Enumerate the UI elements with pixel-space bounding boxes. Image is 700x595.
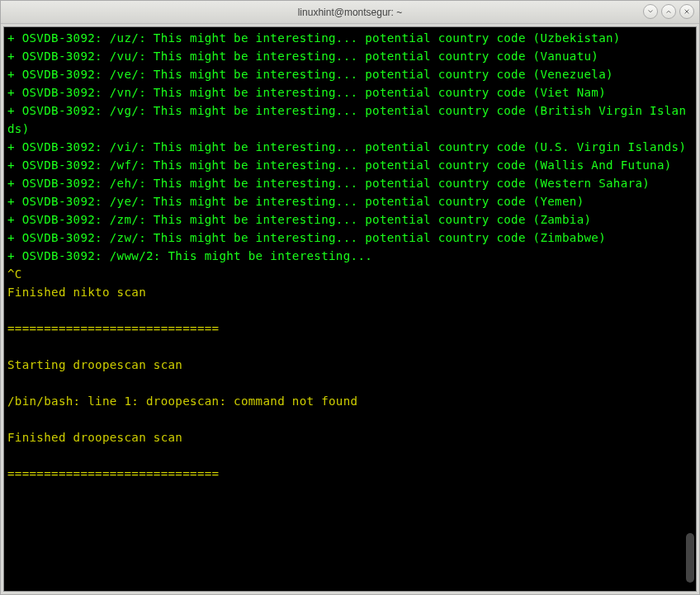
terminal-line: + OSVDB-3092: /ye/: This might be intere… [7, 195, 584, 208]
close-icon [683, 8, 690, 15]
terminal-line: Finished nikto scan [7, 286, 146, 299]
terminal-line: + OSVDB-3092: /vn/: This might be intere… [7, 86, 606, 99]
terminal-line: Finished droopescan scan [7, 431, 182, 444]
terminal-line: + OSVDB-3092: /wf/: This might be intere… [7, 158, 672, 172]
window-title: linuxhint@montsegur: ~ [298, 7, 403, 18]
terminal-line: + OSVDB-3092: /zw/: This might be intere… [7, 231, 606, 244]
terminal-output: + OSVDB-3092: /uz/: This might be intere… [7, 29, 693, 483]
terminal-line: + OSVDB-3092: /vg/: This might be intere… [7, 104, 686, 135]
terminal-line: + OSVDB-3092: /zm/: This might be intere… [7, 213, 591, 226]
scrollbar[interactable] [684, 27, 694, 591]
maximize-icon [665, 8, 672, 15]
terminal-line: Starting droopescan scan [7, 358, 182, 371]
terminal-line: + OSVDB-3092: /vi/: This might be intere… [7, 140, 686, 153]
maximize-button[interactable] [661, 4, 676, 19]
terminal-line: /bin/bash: line 1: droopescan: command n… [7, 394, 357, 408]
close-button[interactable] [679, 4, 694, 19]
terminal-area[interactable]: + OSVDB-3092: /uz/: This might be intere… [3, 26, 697, 592]
terminal-line: + OSVDB-3092: /www/2: This might be inte… [7, 249, 372, 262]
terminal-window: linuxhint@montsegur: ~ + OSVDB-3092: /uz… [0, 0, 700, 595]
terminal-line: + OSVDB-3092: /eh/: This might be intere… [7, 177, 650, 190]
terminal-line: ============================= [7, 322, 219, 335]
minimize-button[interactable] [643, 4, 658, 19]
terminal-line: + OSVDB-3092: /vu/: This might be intere… [7, 50, 598, 63]
window-controls [643, 4, 694, 19]
scrollbar-thumb[interactable] [686, 533, 694, 583]
terminal-line: + OSVDB-3092: /uz/: This might be intere… [7, 31, 621, 45]
titlebar: linuxhint@montsegur: ~ [1, 1, 699, 24]
terminal-line: ^C [7, 267, 22, 281]
minimize-icon [647, 8, 654, 15]
terminal-line: ============================= [7, 467, 219, 480]
terminal-line: + OSVDB-3092: /ve/: This might be intere… [7, 68, 613, 81]
